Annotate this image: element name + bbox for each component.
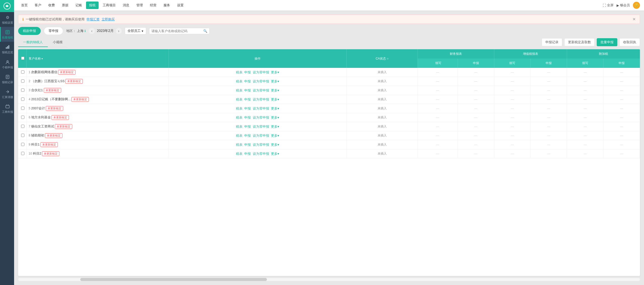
op-set-zero[interactable]: 设为零申报 [253,152,269,156]
declaration-records-button[interactable]: 申报记录 [542,38,562,46]
row-financial-write: — [418,122,458,131]
tab-small-scale[interactable]: 小规模 [48,38,68,47]
notice-close-button[interactable]: ✕ [632,17,636,22]
op-more[interactable]: 更多▾ [271,79,279,83]
row-checkbox[interactable] [21,134,24,137]
sidebar-item-batch-tax[interactable]: 批量报税 [0,27,14,42]
op-more[interactable]: 更多▾ [271,116,279,119]
sidebar-item-tax-overview[interactable]: 报税总览 [0,42,14,57]
user-avatar[interactable]: 😊 [633,2,640,9]
nav-services[interactable]: 服务 [160,2,173,9]
sidebar-item-settlement[interactable]: 汇算清缴 [0,86,14,101]
notice-link-buy[interactable]: 立即购买 [102,17,115,22]
nav-operations[interactable]: 经营 [147,2,159,9]
op-declare[interactable]: 申报 [244,116,251,119]
sidebar-item-tax-records[interactable]: 报税记录 [0,72,14,86]
row-financial-write: — [418,113,458,122]
sidebar-item-tax-settings[interactable]: ⚙ 报税设置 [0,12,14,27]
collect-receipt-button[interactable]: 收取回执 [619,38,640,46]
fullscreen-button[interactable]: ⛶ 全屏 [603,3,614,8]
op-tax-table[interactable]: 税表 [236,116,243,119]
nav-client[interactable]: 客户 [32,2,44,9]
row-checkbox[interactable] [21,88,24,92]
op-set-zero[interactable]: 设为零申报 [253,125,269,128]
op-tax-table[interactable]: 税表 [236,134,243,137]
tab-tax-declaration[interactable]: 税款申报 [18,27,41,35]
notice-link-report[interactable]: 申报汇签 [87,17,100,22]
next-date-button[interactable]: › [116,28,122,34]
row-checkbox[interactable] [21,107,24,110]
row-ca-status: 未插入 [346,131,418,140]
op-declare[interactable]: 申报 [244,152,251,156]
batch-declare-button[interactable]: 批量申报 [597,38,617,46]
main-table-container: 客户名称 ▾ 操作 CA状态 ○ 财务报表 增值税报表 附加税 填写 申报 填写 [18,49,640,276]
nav-settings[interactable]: 设置 [174,2,187,9]
op-tax-table[interactable]: 税表 [236,79,243,83]
row-checkbox-cell [18,86,27,95]
tab-zero-declaration[interactable]: 零申报 [44,27,63,35]
op-tax-table[interactable]: 税表 [236,107,243,110]
op-set-zero[interactable]: 设为零申报 [253,116,269,119]
nav-tax[interactable]: 报税 [86,2,99,9]
nav-billing[interactable]: 收费 [45,2,58,9]
sidebar-item-personal-tax[interactable]: 个税申报 [0,57,14,72]
row-vat-declare: — [531,131,567,140]
op-tax-table[interactable]: 税表 [236,88,243,92]
nav-invoice[interactable]: 票据 [59,2,71,9]
prev-date-button[interactable]: ‹ [89,28,95,34]
op-set-zero[interactable]: 设为零申报 [253,88,269,92]
search-input[interactable] [151,29,202,33]
row-checkbox[interactable] [21,125,24,128]
op-declare[interactable]: 申报 [244,134,251,137]
op-tax-table[interactable]: 税表 [236,143,243,147]
row-checkbox[interactable] [21,152,24,155]
op-set-zero[interactable]: 设为零申报 [253,70,269,74]
op-set-zero[interactable]: 设为零申报 [253,98,269,101]
sidebar-item-annual-report[interactable]: 工商年报 [0,101,14,116]
select-all-checkbox[interactable] [21,57,24,60]
row-checkbox[interactable] [21,116,24,119]
tab-general-taxpayer[interactable]: 一般的纳税人 [18,38,48,47]
nav-business[interactable]: 工商项目 [100,2,119,9]
op-set-zero[interactable]: 设为零申报 [253,107,269,110]
op-more[interactable]: 更多▾ [271,152,279,156]
member-button[interactable]: ▶ 畅会员 [617,3,630,8]
op-more[interactable]: 更多▾ [271,134,279,137]
op-tax-table[interactable]: 税表 [236,125,243,128]
row-vat-declare: — [531,140,567,149]
op-more[interactable]: 更多▾ [271,107,279,110]
op-declare[interactable]: 申报 [244,107,251,110]
main-area: 首页 客户 收费 票据 记账 报税 工商项目 消息 管理 经营 服务 设置 ⛶ … [14,0,644,285]
op-tax-table[interactable]: 税表 [236,70,243,74]
th-financial-write: 填写 [418,59,458,68]
row-checkbox[interactable] [21,143,24,146]
op-more[interactable]: 更多▾ [271,98,279,101]
row-checkbox[interactable] [21,70,24,74]
op-declare[interactable]: 申报 [244,98,251,101]
op-declare[interactable]: 申报 [244,79,251,83]
op-declare[interactable]: 申报 [244,70,251,74]
row-ca-status: 未插入 [346,140,418,149]
op-more[interactable]: 更多▾ [271,88,279,92]
row-checkbox[interactable] [21,98,24,101]
op-declare[interactable]: 申报 [244,125,251,128]
nav-management[interactable]: 管理 [133,2,146,9]
update-tax-button[interactable]: 更新税定及取数 [564,38,595,46]
status-badge: 未更新核定 [42,151,59,156]
op-set-zero[interactable]: 设为零申报 [253,143,269,147]
row-checkbox[interactable] [21,79,24,83]
nav-home[interactable]: 首页 [18,2,31,9]
nav-messages[interactable]: 消息 [120,2,132,9]
department-selector[interactable]: 全部员工 ▾ [125,27,146,34]
op-tax-table[interactable]: 税表 [236,98,243,101]
nav-accounting[interactable]: 记账 [72,2,85,9]
op-set-zero[interactable]: 设为零申报 [253,79,269,83]
op-declare[interactable]: 申报 [244,88,251,92]
op-more[interactable]: 更多▾ [271,125,279,128]
op-declare[interactable]: 申报 [244,143,251,147]
op-more[interactable]: 更多▾ [271,70,279,74]
client-name-text: 合伙社1 [31,88,43,92]
op-more[interactable]: 更多▾ [271,143,279,147]
op-set-zero[interactable]: 设为零申报 [253,134,269,137]
op-tax-table[interactable]: 税表 [236,152,243,156]
